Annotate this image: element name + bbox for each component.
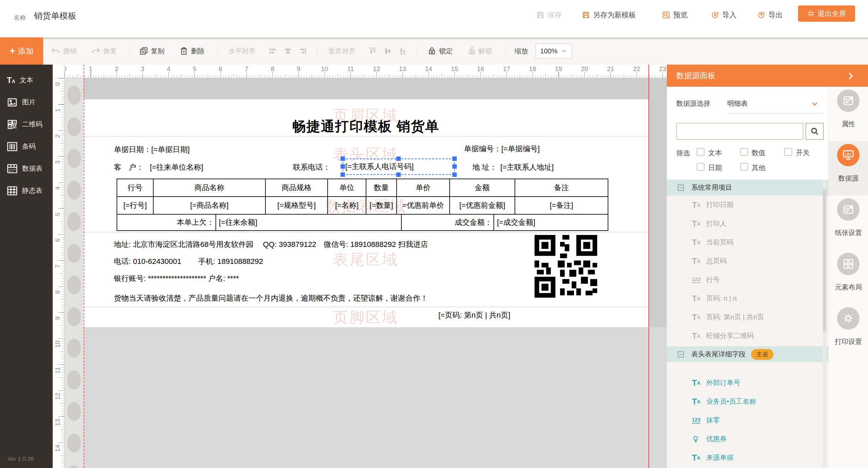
field-item-coupon[interactable]: 优惠券 — [667, 430, 823, 448]
save-button[interactable]: 保存 — [536, 10, 562, 20]
field-item-salesperson[interactable]: TA业务员•员工名称 — [667, 392, 823, 411]
group-header-footer-fields[interactable]: 表头表尾详细字段 主表 — [667, 346, 828, 362]
collapse-icon[interactable] — [677, 351, 684, 358]
save-as-template-button[interactable]: 另存为新模板 — [582, 10, 636, 20]
field-item-print-date[interactable]: TA打印日期 — [667, 196, 823, 214]
source-select-value[interactable]: 明细表 — [727, 99, 748, 108]
sidebar-item-barcode[interactable]: 条码 — [0, 135, 53, 157]
align-top-icon[interactable] — [368, 47, 377, 55]
sidebar-item-statictable[interactable]: 静态表 — [0, 180, 53, 202]
field-item-rounding[interactable]: 123抹零 — [667, 411, 823, 430]
exit-fullscreen-button[interactable]: 退出全屏 — [798, 5, 855, 22]
sidebar-item-datatable[interactable]: 数据表 — [0, 157, 53, 180]
summary-label-cell[interactable]: 成交金额： — [402, 215, 494, 230]
group-system-items[interactable]: 系统常用项目 — [667, 180, 828, 196]
sidebar-item-image[interactable]: 图片 — [0, 91, 53, 113]
rail-item-element-layout[interactable]: 元素布局 — [829, 250, 868, 304]
unlock-button[interactable]: 解锁 — [467, 37, 492, 65]
field-item-current-page[interactable]: TA当前页码 — [667, 233, 823, 252]
footer-address-line[interactable]: 地址: 北京市海淀区北清路68号用友软件园 QQ: 393879122 微信号:… — [114, 239, 428, 250]
document-title[interactable]: 畅捷通打印模板 销货单 — [83, 117, 648, 136]
table-header-cell[interactable]: 商品规格 — [266, 179, 328, 196]
table-data-cell[interactable]: [=名称] — [328, 197, 366, 214]
align-bottom-icon[interactable] — [398, 47, 407, 55]
collapse-icon[interactable] — [677, 184, 684, 191]
filter-option-label[interactable]: 开关 — [796, 148, 810, 157]
table-data-cell[interactable]: [=行号] — [117, 197, 154, 214]
filter-checkbox-number[interactable] — [740, 148, 748, 156]
rail-item-datasource[interactable]: 数据源 — [829, 141, 868, 196]
field-phone-label[interactable]: 联系电话： — [293, 162, 330, 172]
table-data-cell[interactable]: [=备注] — [515, 197, 608, 214]
field-date[interactable]: 单据日期：[=单据日期] — [114, 145, 190, 155]
field-address[interactable]: 地 址：[=主联系人地址] — [472, 162, 554, 172]
table-header-cell[interactable]: 单价 — [397, 179, 450, 196]
search-input[interactable] — [676, 123, 803, 140]
footer-phone-line[interactable]: 电话: 010-62430001 手机: 18910888292 — [114, 256, 263, 267]
filter-checkbox-other[interactable] — [740, 163, 748, 171]
filter-option-label[interactable]: 文本 — [708, 148, 722, 157]
import-button[interactable]: 导入 — [711, 10, 736, 20]
table-header-cell[interactable]: 数量 — [366, 179, 397, 196]
align-middle-vertical-icon[interactable] — [383, 47, 392, 55]
filter-option-label[interactable]: 其他 — [752, 163, 765, 172]
rail-item-print-settings[interactable]: 打印设置 — [829, 304, 868, 359]
page-number-field[interactable]: [=页码: 第n页 | 共n页] — [438, 310, 510, 320]
zoom-select[interactable]: 100% — [536, 44, 572, 58]
qr-code[interactable] — [532, 233, 600, 300]
field-item-print-user[interactable]: TA打印人 — [667, 214, 823, 233]
rail-item-paper-settings[interactable]: 纸张设置 — [829, 196, 868, 250]
table-header-cell[interactable]: 金额 — [450, 179, 515, 196]
filter-option-label[interactable]: 日期 — [708, 163, 722, 172]
align-right-icon[interactable] — [298, 47, 307, 55]
footer-notice-line[interactable]: 货物当天请验收清楚，产品质量问题请在一个月内退换，逾期概不负责，还望谅解，谢谢合… — [114, 293, 428, 303]
sidebar-item-text[interactable]: TA 文本 — [0, 69, 53, 91]
summary-value-cell[interactable]: [=往来余额] — [216, 215, 402, 230]
add-element-button[interactable]: + 添加 — [0, 37, 43, 65]
selection-handle[interactable] — [396, 156, 401, 161]
search-button[interactable] — [805, 123, 824, 140]
field-item-total-pages[interactable]: TA总页码 — [667, 252, 823, 270]
table-header-cell[interactable]: 备注 — [515, 179, 608, 196]
table-data-cell[interactable]: [=商品名称] — [154, 197, 266, 214]
panel-scrollbar-thumb[interactable] — [823, 189, 826, 332]
selection-handle[interactable] — [452, 156, 457, 161]
filter-checkbox-text[interactable] — [697, 148, 705, 156]
field-item-external-order-no[interactable]: TA外部订单号 — [667, 373, 823, 392]
template-paper[interactable]: 页眉区域 表头区域 数据表区域 表尾区域 页脚区域 畅捷通打印模板 销货单 单据… — [83, 99, 648, 327]
footer-bank-line[interactable]: 银行账号: ******************** 户名: **** — [114, 273, 239, 284]
table-header-cell[interactable]: 行号 — [117, 179, 154, 196]
field-item-row-number[interactable]: 123行号 — [667, 270, 823, 289]
selection-handle[interactable] — [396, 172, 401, 177]
redo-button[interactable]: 恢复 — [91, 37, 117, 65]
filter-option-label[interactable]: 数值 — [752, 148, 765, 157]
items-table[interactable]: 行号 商品名称 商品规格 单位 数量 单价 金额 备注 [=行号] [=商品名称… — [117, 179, 608, 231]
field-customer[interactable]: 客 户：[=往来单位名称] — [114, 162, 203, 172]
selected-element-phone[interactable]: [=主联系人电话号码] — [343, 158, 455, 175]
table-header-cell[interactable]: 商品名称 — [154, 179, 266, 196]
export-button[interactable]: 导出 — [757, 10, 783, 20]
table-data-cell[interactable]: =优惠前单价 — [397, 197, 450, 214]
selection-handle[interactable] — [341, 172, 345, 177]
delete-button[interactable]: 删除 — [179, 37, 205, 65]
field-item-source-document[interactable]: TA来源单据 — [667, 448, 823, 467]
table-data-cell[interactable]: [=数量] — [366, 197, 397, 214]
filter-checkbox-date[interactable] — [697, 163, 705, 171]
source-chevron-down-icon[interactable] — [811, 100, 818, 108]
lock-button[interactable]: 锁定 — [428, 37, 453, 65]
rail-item-properties[interactable]: 属性 — [829, 87, 868, 141]
table-data-cell[interactable]: [=规格型号] — [266, 197, 328, 214]
sidebar-item-qrcode[interactable]: 二维码 — [0, 113, 53, 135]
filter-checkbox-switch[interactable] — [784, 148, 792, 156]
field-item-shop-qrcode[interactable]: TA旺铺分享二维码 — [667, 327, 823, 345]
align-center-horizontal-icon[interactable] — [283, 47, 292, 55]
field-item-page-n-n[interactable]: TA页码: n | n — [667, 289, 823, 308]
table-header-cell[interactable]: 单位 — [328, 179, 366, 196]
field-doc-number[interactable]: 单据编号：[=单据编号] — [464, 144, 540, 154]
table-data-cell[interactable]: [=优惠前金额] — [450, 197, 515, 214]
selection-handle[interactable] — [341, 164, 345, 169]
align-left-icon[interactable] — [268, 47, 277, 55]
selection-handle[interactable] — [452, 172, 457, 177]
design-canvas[interactable]: 页眉区域 表头区域 数据表区域 表尾区域 页脚区域 畅捷通打印模板 销货单 单据… — [53, 65, 667, 468]
selection-handle[interactable] — [452, 164, 457, 169]
